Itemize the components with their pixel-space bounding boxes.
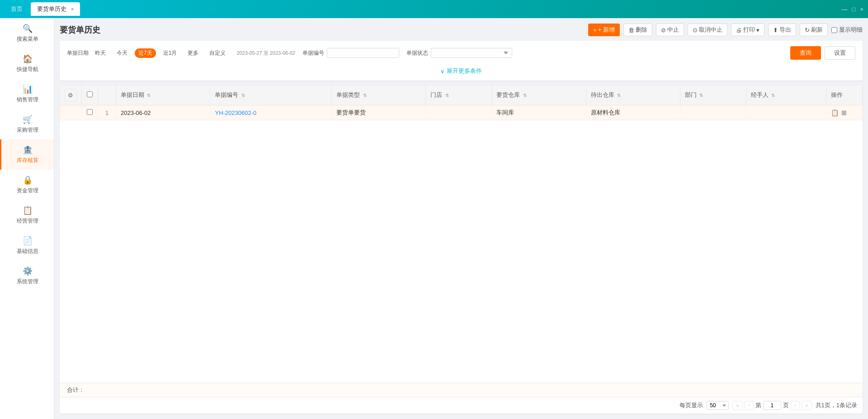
col-action: 操作 [826, 85, 863, 105]
date-btn-more[interactable]: 更多 [184, 48, 202, 58]
date-btn-today[interactable]: 今天 [113, 48, 131, 58]
sidebar-item-purchase[interactable]: 🛒 采购管理 [0, 109, 54, 139]
row-handler-cell [746, 105, 826, 120]
export-button[interactable]: ⬆ 导出 [768, 24, 796, 36]
search-menu-icon: 🔍 [23, 24, 33, 33]
doc-number-input[interactable] [327, 48, 399, 58]
row-serial: 1 [105, 110, 108, 116]
sidebar-item-finance-label: 资金管理 [17, 187, 38, 195]
sort-doc-date-icon[interactable]: ⇅ [147, 93, 151, 98]
sort-store-icon[interactable]: ⇅ [445, 93, 449, 98]
sort-doc-type-icon[interactable]: ⇅ [363, 93, 367, 98]
show-detail-toggle[interactable]: 显示明细 [831, 26, 863, 34]
top-bar: 首页 要货单历史 × — □ × [0, 0, 868, 18]
tab-home[interactable]: 首页 [5, 2, 29, 16]
per-page-select[interactable]: 50 20 100 200 [707, 401, 729, 410]
sort-req-warehouse-icon[interactable]: ⇅ [523, 93, 527, 98]
last-page-button[interactable]: » [802, 401, 812, 410]
sidebar-item-basic-info[interactable]: 📄 基础信息 [0, 230, 54, 261]
data-table: ⚙ 单据日期 ⇅ 单据编号 [60, 85, 863, 120]
show-detail-checkbox[interactable] [831, 27, 837, 33]
sidebar-item-quick-nav[interactable]: 🏠 快捷导航 [0, 48, 54, 79]
doc-number-label: 单据编号 [302, 49, 324, 57]
row-edit-icon[interactable]: 📋 [831, 109, 839, 116]
sidebar-item-operations[interactable]: 📋 经营管理 [0, 200, 54, 230]
row-doc-number-cell: YH-20230602-0 [210, 105, 332, 120]
col-doc-date-label: 单据日期 [121, 91, 144, 98]
table-footer: 合计： [60, 383, 863, 397]
row-doc-number-link[interactable]: YH-20230602-0 [215, 110, 256, 116]
sidebar-item-system-label: 系统管理 [17, 278, 38, 286]
print-dropdown-icon: ▾ [756, 27, 760, 33]
filter-bottom: ∨ 展开更多条件 [67, 63, 855, 75]
page-header: 要货单历史 + + 新增 🗑 删除 ⊘ 中止 ⊙ 取消中止 [60, 24, 863, 36]
sidebar-item-inventory[interactable]: 🏦 库存核算 [0, 139, 54, 170]
col-handler-label: 经手人 [751, 91, 769, 98]
next-page-button[interactable]: › [791, 401, 800, 410]
refresh-icon: ↻ [805, 27, 810, 33]
date-btn-yesterday[interactable]: 昨天 [91, 48, 109, 58]
sidebar-item-system[interactable]: ⚙️ 系统管理 [0, 261, 54, 291]
row-checkbox[interactable] [87, 109, 93, 115]
sort-department-icon[interactable]: ⇅ [699, 93, 703, 98]
page-number-input[interactable] [763, 401, 781, 410]
row-action-icons: 📋 ⊞ [831, 109, 858, 116]
cancel-suspend-icon: ⊙ [693, 27, 698, 33]
row-doc-date: 2023-06-02 [121, 110, 151, 116]
column-settings-icon[interactable]: ⚙ [64, 89, 77, 101]
table-container: ⚙ 单据日期 ⇅ 单据编号 [60, 85, 863, 414]
doc-number-filter: 单据编号 [302, 48, 399, 58]
col-serial [98, 85, 116, 105]
col-store: 门店 ⇅ [426, 85, 492, 105]
window-controls: — □ × [842, 6, 863, 13]
delete-button[interactable]: 🗑 删除 [623, 24, 652, 36]
inventory-icon: 🏦 [23, 145, 33, 155]
tab-requisition-history[interactable]: 要货单历史 × [31, 2, 80, 16]
select-all-checkbox[interactable] [87, 91, 93, 97]
sort-doc-number-icon[interactable]: ⇅ [241, 93, 245, 98]
query-button[interactable]: 查询 [790, 46, 821, 60]
prev-page-button[interactable]: ‹ [745, 401, 754, 410]
minimize-icon[interactable]: — [842, 6, 848, 13]
col-department-label: 部门 [685, 91, 697, 98]
setting-button[interactable]: 设置 [825, 46, 855, 60]
row-action-cell: 📋 ⊞ [826, 105, 863, 120]
cancel-suspend-button[interactable]: ⊙ 取消中止 [688, 24, 727, 36]
sort-handler-icon[interactable]: ⇅ [771, 93, 775, 98]
sort-pending-warehouse-icon[interactable]: ⇅ [617, 93, 621, 98]
tab-close-icon[interactable]: × [71, 6, 74, 12]
table-row: 1 2023-06-02 YH-20230602-0 要货单要货 [60, 105, 863, 120]
expand-filter-button[interactable]: ∨ 展开更多条件 [440, 67, 482, 75]
suspend-button[interactable]: ⊘ 中止 [656, 24, 684, 36]
col-action-label: 操作 [831, 91, 843, 98]
sidebar-item-quick-label: 快捷导航 [17, 66, 38, 73]
page-label-before: 第 [755, 401, 761, 409]
cancel-suspend-label: 取消中止 [699, 26, 722, 34]
summary-label: 合计： [67, 386, 85, 393]
first-page-button[interactable]: « [732, 401, 743, 410]
window-close-icon[interactable]: × [860, 6, 863, 13]
new-button[interactable]: + + 新增 [588, 24, 620, 36]
row-doc-type-cell: 要货单要货 [332, 105, 426, 120]
row-delete-icon[interactable]: ⊞ [841, 109, 847, 116]
basic-info-icon: 📄 [23, 236, 33, 246]
sidebar-item-purchase-label: 采购管理 [17, 126, 38, 134]
print-button[interactable]: 🖨 打印 ▾ [731, 24, 764, 36]
col-doc-type-label: 单据类型 [336, 91, 360, 98]
date-btn-custom[interactable]: 自定义 [206, 48, 229, 58]
sidebar-item-sales[interactable]: 📊 销售管理 [0, 79, 54, 109]
row-pending-warehouse: 原材料仓库 [591, 109, 620, 116]
col-pending-warehouse-label: 待出仓库 [591, 91, 614, 98]
date-btn-7days[interactable]: 近7天 [135, 48, 156, 58]
date-btn-1month[interactable]: 近1月 [160, 48, 181, 58]
refresh-button[interactable]: ↻ 刷新 [800, 24, 828, 36]
col-req-warehouse: 要货仓库 ⇅ [492, 85, 586, 105]
maximize-icon[interactable]: □ [852, 6, 856, 13]
refresh-label: 刷新 [811, 26, 823, 34]
status-select[interactable] [431, 48, 512, 58]
table-wrap[interactable]: ⚙ 单据日期 ⇅ 单据编号 [60, 85, 863, 383]
sidebar-item-search-menu[interactable]: 🔍 搜索菜单 [0, 18, 54, 48]
sidebar-item-basic-label: 基础信息 [17, 248, 38, 255]
sidebar-item-finance[interactable]: 🔒 资金管理 [0, 170, 54, 200]
row-settings-cell [60, 105, 82, 120]
